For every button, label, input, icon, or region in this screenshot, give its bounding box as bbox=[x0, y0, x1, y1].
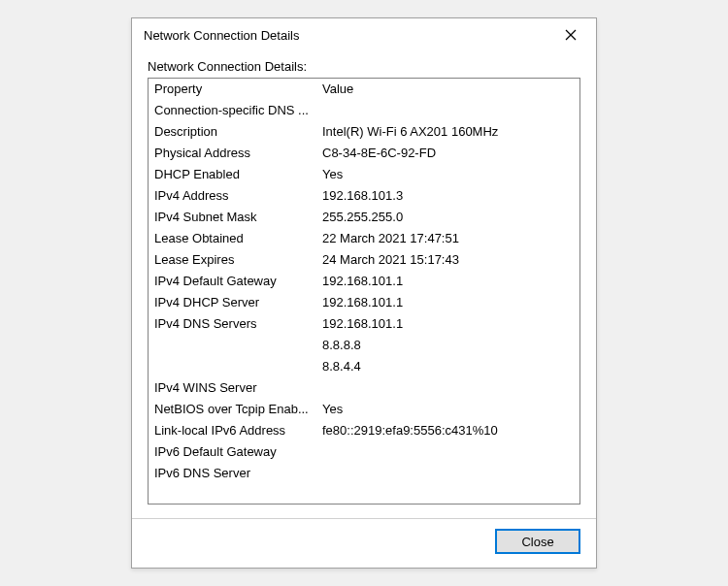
list-item[interactable]: DHCP EnabledYes bbox=[149, 164, 579, 185]
property-label: Lease Obtained bbox=[149, 228, 318, 249]
property-value bbox=[318, 377, 579, 399]
list-item[interactable]: IPv6 DNS Server bbox=[149, 463, 579, 484]
titlebar: Network Connection Details bbox=[132, 18, 596, 51]
property-value: 22 March 2021 17:47:51 bbox=[318, 228, 579, 249]
list-item[interactable]: IPv4 Subnet Mask255.255.255.0 bbox=[149, 207, 579, 228]
header-property: Property bbox=[149, 79, 318, 100]
list-item[interactable]: IPv4 Address192.168.101.3 bbox=[149, 185, 579, 207]
property-value: 255.255.255.0 bbox=[318, 207, 579, 228]
dialog-title: Network Connection Details bbox=[144, 28, 299, 43]
list-item[interactable]: Lease Expires24 March 2021 15:17:43 bbox=[149, 249, 579, 271]
list-item[interactable]: 8.8.8.8 bbox=[149, 335, 579, 356]
list-item[interactable]: Connection-specific DNS ... bbox=[149, 100, 579, 121]
property-label: IPv4 DNS Servers bbox=[149, 313, 318, 335]
property-value: C8-34-8E-6C-92-FD bbox=[318, 143, 579, 164]
property-value: Yes bbox=[318, 399, 579, 420]
list-item[interactable]: DescriptionIntel(R) Wi-Fi 6 AX201 160MHz bbox=[149, 121, 579, 143]
property-label: IPv6 Default Gateway bbox=[149, 441, 318, 463]
property-label: IPv4 Address bbox=[149, 185, 318, 207]
property-value bbox=[318, 441, 579, 463]
list-item[interactable]: IPv6 Default Gateway bbox=[149, 441, 579, 463]
property-label bbox=[149, 356, 318, 377]
property-value: 8.8.8.8 bbox=[318, 335, 579, 356]
property-value: fe80::2919:efa9:5556:c431%10 bbox=[318, 420, 579, 441]
property-label: Connection-specific DNS ... bbox=[149, 100, 318, 121]
list-item[interactable]: Lease Obtained22 March 2021 17:47:51 bbox=[149, 228, 579, 249]
property-label bbox=[149, 335, 318, 356]
list-header: Property Value bbox=[149, 79, 579, 100]
x-icon bbox=[565, 29, 577, 41]
list-item[interactable]: IPv4 WINS Server bbox=[149, 377, 579, 399]
details-list[interactable]: Property Value Connection-specific DNS .… bbox=[148, 78, 580, 505]
property-label: Lease Expires bbox=[149, 249, 318, 271]
list-item[interactable]: IPv4 DHCP Server192.168.101.1 bbox=[149, 292, 579, 313]
list-item[interactable]: NetBIOS over Tcpip Enab...Yes bbox=[149, 399, 579, 420]
network-details-dialog: Network Connection Details Network Conne… bbox=[131, 17, 597, 569]
close-button[interactable]: Close bbox=[495, 529, 580, 554]
property-value: Yes bbox=[318, 164, 579, 185]
rows-container: Connection-specific DNS ...DescriptionIn… bbox=[149, 100, 579, 484]
property-value: 192.168.101.1 bbox=[318, 313, 579, 335]
property-value: 192.168.101.3 bbox=[318, 185, 579, 207]
list-item[interactable]: IPv4 DNS Servers192.168.101.1 bbox=[149, 313, 579, 335]
list-item[interactable]: Link-local IPv6 Addressfe80::2919:efa9:5… bbox=[149, 420, 579, 441]
dialog-body: Network Connection Details: Property Val… bbox=[132, 51, 596, 518]
property-value bbox=[318, 463, 579, 484]
property-value: 8.8.4.4 bbox=[318, 356, 579, 377]
property-label: DHCP Enabled bbox=[149, 164, 318, 185]
property-label: IPv4 WINS Server bbox=[149, 377, 318, 399]
property-label: IPv6 DNS Server bbox=[149, 463, 318, 484]
list-item[interactable]: IPv4 Default Gateway192.168.101.1 bbox=[149, 271, 579, 292]
property-label: IPv4 Default Gateway bbox=[149, 271, 318, 292]
property-value: Intel(R) Wi-Fi 6 AX201 160MHz bbox=[318, 121, 579, 143]
close-icon[interactable] bbox=[551, 21, 590, 49]
section-label: Network Connection Details: bbox=[148, 59, 580, 74]
property-label: Physical Address bbox=[149, 143, 318, 164]
property-label: IPv4 DHCP Server bbox=[149, 292, 318, 313]
property-label: Description bbox=[149, 121, 318, 143]
property-label: NetBIOS over Tcpip Enab... bbox=[149, 399, 318, 420]
property-value: 192.168.101.1 bbox=[318, 271, 579, 292]
property-label: Link-local IPv6 Address bbox=[149, 420, 318, 441]
header-value: Value bbox=[318, 79, 579, 100]
property-value: 192.168.101.1 bbox=[318, 292, 579, 313]
dialog-footer: Close bbox=[132, 518, 596, 568]
list-item[interactable]: 8.8.4.4 bbox=[149, 356, 579, 377]
list-item[interactable]: Physical AddressC8-34-8E-6C-92-FD bbox=[149, 143, 579, 164]
property-label: IPv4 Subnet Mask bbox=[149, 207, 318, 228]
property-value bbox=[318, 100, 579, 121]
property-value: 24 March 2021 15:17:43 bbox=[318, 249, 579, 271]
